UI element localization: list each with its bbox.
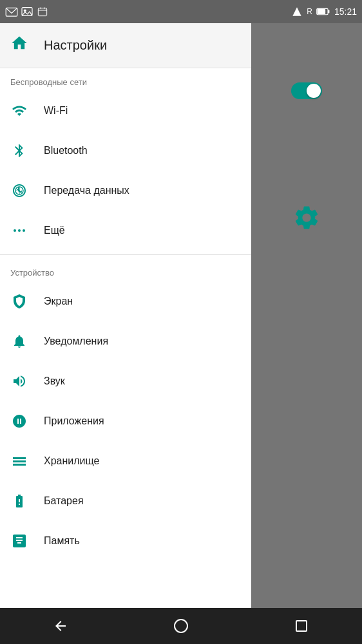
memory-icon <box>10 533 28 549</box>
device-section: Устройство Экран Уведомления <box>0 259 251 561</box>
notifications-icon <box>10 334 28 349</box>
data-transfer-icon <box>10 183 28 198</box>
memory-label: Память <box>44 535 80 547</box>
gear-icon[interactable] <box>292 204 321 232</box>
svg-point-14 <box>18 229 21 232</box>
screen-label: Экран <box>44 296 73 307</box>
sound-icon <box>10 374 28 389</box>
battery-settings-icon <box>10 493 28 509</box>
back-button[interactable] <box>41 613 80 639</box>
memory-menu-item[interactable]: Память <box>0 521 251 561</box>
drawer-header[interactable]: Настройки <box>0 23 251 68</box>
device-section-label: Устройство <box>0 259 251 281</box>
status-bar: R 15:21 <box>0 0 362 23</box>
svg-point-2 <box>24 9 26 12</box>
sound-menu-item[interactable]: Звук <box>0 361 251 401</box>
right-panel <box>251 23 362 644</box>
battery-menu-item[interactable]: Батарея <box>0 481 251 521</box>
apps-label: Приложения <box>44 415 104 427</box>
nav-bar <box>0 608 362 644</box>
battery-icon <box>316 7 330 16</box>
calendar-notification-icon <box>36 6 49 17</box>
image-notification-icon <box>21 6 33 17</box>
toggle-area[interactable] <box>291 82 322 99</box>
apps-menu-item[interactable]: Приложения <box>0 401 251 441</box>
more-label: Ещё <box>44 225 65 236</box>
svg-point-13 <box>14 229 16 232</box>
bluetooth-label: Bluetooth <box>44 145 88 156</box>
data-transfer-label: Передача данных <box>44 185 129 196</box>
battery-label: Батарея <box>44 495 84 507</box>
home-icon <box>10 34 28 57</box>
apps-icon <box>10 413 28 429</box>
bluetooth-menu-item[interactable]: Bluetooth <box>0 131 251 171</box>
settings-drawer: Настройки Беспроводные сети Wi-Fi Blueto… <box>0 23 251 644</box>
svg-point-16 <box>175 620 187 632</box>
email-notification-icon <box>5 6 18 17</box>
network-indicator: R <box>307 7 312 16</box>
storage-label: Хранилище <box>44 455 99 467</box>
recent-apps-button[interactable] <box>282 613 321 639</box>
signal-icon <box>291 6 303 17</box>
wifi-menu-item[interactable]: Wi-Fi <box>0 91 251 131</box>
status-bar-right: R 15:21 <box>291 6 357 17</box>
notifications-menu-item[interactable]: Уведомления <box>0 321 251 361</box>
data-transfer-menu-item[interactable]: Передача данных <box>0 171 251 211</box>
screen-menu-item[interactable]: Экран <box>0 281 251 321</box>
wifi-icon <box>10 103 28 118</box>
notification-icons <box>5 6 49 17</box>
wifi-toggle[interactable] <box>291 82 322 99</box>
home-button[interactable] <box>162 613 200 639</box>
section-divider-1 <box>0 254 251 255</box>
toggle-knob <box>307 84 321 98</box>
svg-point-15 <box>23 229 25 232</box>
svg-rect-9 <box>328 10 329 14</box>
storage-icon <box>10 453 28 469</box>
svg-rect-10 <box>318 9 326 14</box>
time-display: 15:21 <box>334 6 357 17</box>
svg-rect-3 <box>38 8 46 16</box>
screen-icon <box>10 294 28 309</box>
bluetooth-icon <box>10 143 28 158</box>
svg-rect-17 <box>296 621 307 631</box>
more-icon <box>10 223 28 238</box>
gear-area[interactable] <box>292 204 321 232</box>
sound-label: Звук <box>44 375 65 387</box>
wireless-section-label: Беспроводные сети <box>0 68 251 91</box>
wireless-section: Беспроводные сети Wi-Fi Bluetooth <box>0 68 251 251</box>
settings-title: Настройки <box>44 38 107 53</box>
storage-menu-item[interactable]: Хранилище <box>0 441 251 481</box>
more-menu-item[interactable]: Ещё <box>0 211 251 251</box>
notifications-label: Уведомления <box>44 336 108 347</box>
wifi-label: Wi-Fi <box>44 105 68 117</box>
svg-marker-7 <box>293 7 301 15</box>
